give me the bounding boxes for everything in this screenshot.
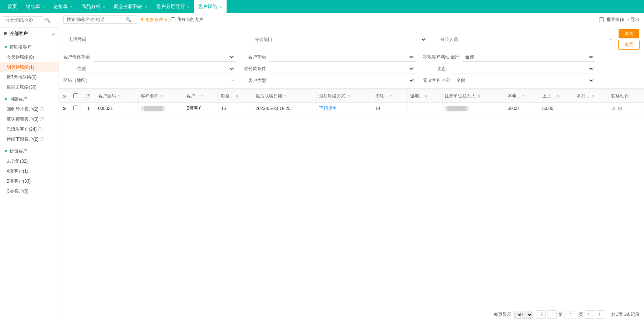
filter-dept-control[interactable]: ∨ xyxy=(275,35,428,44)
table-header-row: 序 客户编码 客户名称 客户... 联络... 最后联络日期 最后联络方式 未联… xyxy=(59,90,644,103)
col-name-header[interactable]: 客户名称 xyxy=(138,90,184,103)
col-this-year-header[interactable]: 本年... xyxy=(505,90,540,103)
sidebar-item-流失预警客户(3)[interactable]: 流失预警客户(3) ⓘ xyxy=(0,114,59,124)
sidebar-item-C类客户(6)[interactable]: C类客户(6) xyxy=(0,186,59,196)
row-checkbox-cell[interactable] xyxy=(70,103,81,114)
filter-customer-level-control[interactable]: ∨ xyxy=(269,52,416,62)
export-btn[interactable]: ↑ 导出 xyxy=(627,17,640,23)
nav-item-product-analysis[interactable]: 商品分析× xyxy=(77,0,109,13)
col-overdue-header[interactable]: 逾期... xyxy=(407,90,442,103)
sidebar-search-input[interactable] xyxy=(3,16,43,24)
all-customers-section[interactable]: ⊞ 全部客户 « xyxy=(0,28,59,40)
sidebar-search-icon[interactable]: 🔍 xyxy=(45,18,50,23)
filter-price-level-control[interactable]: ∨ xyxy=(93,52,236,62)
filter-customer-level-select[interactable] xyxy=(270,54,414,60)
filter-payment-select[interactable] xyxy=(270,66,414,72)
page-size-select[interactable]: 20 50 100 200 xyxy=(514,311,533,319)
filter-customer-type-select[interactable] xyxy=(270,77,414,83)
col-no-header: 序 xyxy=(81,90,96,103)
region-ellipsis-icon[interactable]: ··· xyxy=(231,78,234,83)
col-code-header[interactable]: 客户编码 xyxy=(96,90,138,103)
nav-close-sales[interactable]: × xyxy=(42,4,45,9)
nav-item-home[interactable]: 首页 xyxy=(3,0,21,13)
col-last-month-header[interactable]: 上月... xyxy=(540,90,574,103)
nav-item-product-analysis-list[interactable]: 商品分析列表× xyxy=(109,0,151,13)
filter-person-control[interactable]: ··· xyxy=(461,35,614,44)
my-customers-checkbox[interactable] xyxy=(171,17,175,22)
filter-region-control[interactable]: ··· xyxy=(93,76,236,85)
ellipsis-icon[interactable]: ··· xyxy=(609,37,612,42)
main-search-input[interactable] xyxy=(67,17,126,22)
sidebar-item-逾期未联络(30)[interactable]: 逾期未联络(30) xyxy=(0,82,59,92)
sidebar-item-明天待联络(1)[interactable]: 明天待联络(1) xyxy=(0,62,59,72)
main-search-icon[interactable]: 🔍 xyxy=(126,17,131,22)
sidebar-item-B类客户(33)[interactable]: B类客户(33) xyxy=(0,176,59,186)
set-button[interactable]: 设置 xyxy=(618,40,640,50)
nav-item-purchase[interactable]: 进货单× xyxy=(49,0,77,13)
filter-person-input[interactable] xyxy=(462,37,612,42)
col-last-method-header[interactable]: 最后联络方式 xyxy=(317,90,373,103)
row-actions: ↺ ⊞ xyxy=(609,103,644,114)
nav-item-customer-contact[interactable]: 客户联络× xyxy=(194,0,226,13)
select-all-checkbox[interactable] xyxy=(73,93,78,98)
sort-icon-type xyxy=(200,93,204,99)
row-settings[interactable]: ⚙ xyxy=(59,103,70,114)
filter-status-select[interactable] xyxy=(450,66,594,72)
filter-nature-select[interactable] xyxy=(91,66,234,72)
nav-close-customer-tier[interactable]: × xyxy=(187,4,189,9)
sidebar-item-回购异常客户(2)[interactable]: 回购异常客户(2) ⓘ xyxy=(0,104,59,114)
batch-checkbox[interactable] xyxy=(599,17,604,22)
sidebar-item-已流失客户(24)[interactable]: 已流失客户(24) ⓘ xyxy=(0,124,59,134)
page-input[interactable] xyxy=(564,311,577,318)
my-customers-checkbox-label[interactable]: 我分管的客户 xyxy=(171,17,203,23)
sidebar-item-A类客户(1)[interactable]: A类客户(1) xyxy=(0,166,59,176)
col-contact-count-header[interactable]: 联络... xyxy=(219,90,253,103)
filter-nature-control[interactable]: ∨ xyxy=(89,64,236,73)
nav-close-product-analysis-list[interactable]: × xyxy=(145,4,147,9)
col-last-date-header[interactable]: 最后联络日期 xyxy=(253,90,317,103)
filter-customer-type-control[interactable]: ∨ xyxy=(269,76,416,85)
nav-close-product-analysis[interactable]: × xyxy=(103,4,105,9)
last-page-btn[interactable]: 》 xyxy=(596,310,605,319)
sidebar-item-今天待联络(0)[interactable]: 今天待联络(0) xyxy=(0,52,59,62)
nav-item-customer-tier[interactable]: 客户分层经营× xyxy=(152,0,194,13)
first-page-btn[interactable]: 《 xyxy=(536,310,546,319)
col-unreached-header[interactable]: 未联... xyxy=(373,90,408,103)
masked-contact: ██████ xyxy=(445,106,469,111)
row-checkbox[interactable] xyxy=(73,106,78,110)
last-method-link[interactable]: 下销货单 xyxy=(319,106,337,111)
sidebar-item-近7天待联络(0)[interactable]: 近7天待联络(0) xyxy=(0,72,59,82)
next-page-btn[interactable]: 〉 xyxy=(585,310,594,319)
filter-region-input[interactable] xyxy=(94,78,234,83)
batch-op-btn[interactable]: 批量操作 xyxy=(599,17,624,23)
filter-payment-control[interactable]: ∨ xyxy=(269,64,416,73)
col-settings-header[interactable] xyxy=(59,90,70,103)
sort-icon-unreached xyxy=(389,93,393,99)
filter-status-control[interactable]: ∨ xyxy=(449,64,595,73)
filter-phone-control[interactable] xyxy=(89,35,242,44)
query-button[interactable]: 查询 xyxy=(619,29,639,38)
collapse-icon[interactable]: « xyxy=(52,31,55,37)
col-type-header[interactable]: 客户... xyxy=(184,90,219,103)
filter-price-level-select[interactable] xyxy=(94,54,234,60)
filter-scatter-customer-select[interactable]: 全部 xyxy=(455,77,594,83)
col-company-contact-header[interactable]: 往来单位联系人 xyxy=(442,90,505,103)
nav-close-purchase[interactable]: × xyxy=(70,4,72,9)
grid-action-icon[interactable]: ⊞ xyxy=(618,106,622,111)
col-this-month-header[interactable]: 本月... xyxy=(574,90,609,103)
sidebar-item-未分组(32)[interactable]: 未分组(32) xyxy=(0,156,59,166)
more-filter-btn[interactable]: ▼ 更多条件 ∧ xyxy=(140,17,168,23)
refresh-action-icon[interactable]: ↺ xyxy=(611,106,616,111)
nav-close-customer-contact[interactable]: × xyxy=(220,4,222,9)
filter-dept-select[interactable] xyxy=(277,37,427,42)
filter-dept-label: 分管部门 xyxy=(249,37,275,43)
sort-icon-year xyxy=(521,93,525,99)
filter-scatter-attr-select[interactable]: 全部 xyxy=(464,54,594,60)
filter-phone-input[interactable] xyxy=(91,37,241,42)
sidebar-item-持续下滑客户(2)[interactable]: 持续下滑客户(2) ⓘ xyxy=(0,134,59,144)
filter-scatter-attr-control[interactable]: 全部 ∨ xyxy=(462,52,595,62)
filter-scatter-customer-control[interactable]: 全部 ∨ xyxy=(454,76,595,85)
prev-page-btn[interactable]: 〈 xyxy=(547,310,557,319)
nav-item-sales[interactable]: 销售单× xyxy=(21,0,49,13)
col-checkbox-header[interactable] xyxy=(70,90,81,103)
